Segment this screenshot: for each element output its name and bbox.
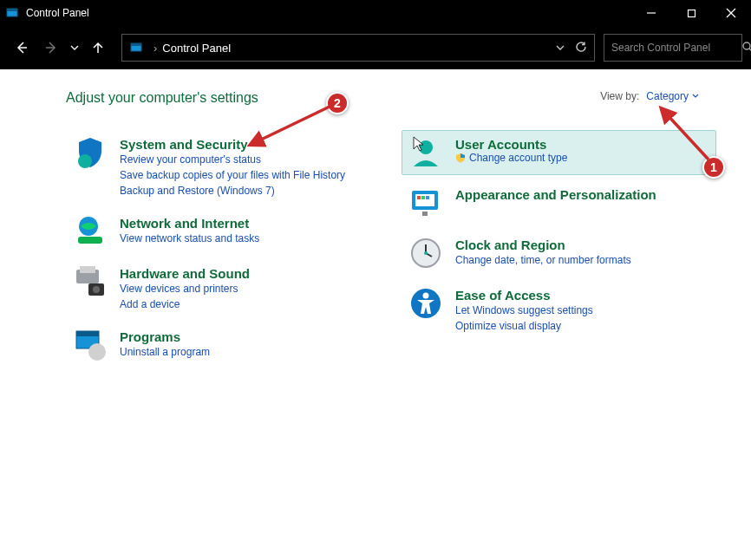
category-link[interactable]: Optimize visual display: [455, 318, 593, 334]
monitor-icon: [408, 186, 443, 220]
chevron-down-icon: [692, 93, 699, 100]
category-link[interactable]: Uninstall a program: [120, 344, 210, 360]
right-column: User Accounts Change account type Appear…: [402, 130, 716, 373]
titlebar: Control Panel: [0, 0, 751, 26]
category-programs: Programs Uninstall a program: [66, 322, 381, 368]
annotation-badge-1: 1: [702, 156, 725, 179]
category-system-security: System and Security Review your computer…: [66, 130, 381, 204]
up-button[interactable]: [85, 35, 111, 61]
cursor-icon: [410, 135, 428, 153]
category-title[interactable]: Appearance and Personalization: [455, 187, 656, 202]
address-text[interactable]: Control Panel: [162, 42, 556, 55]
category-hardware-sound: Hardware and Sound View devices and prin…: [66, 259, 381, 317]
window-title: Control Panel: [24, 7, 631, 19]
control-panel-icon: [129, 41, 143, 55]
svg-rect-9: [131, 43, 141, 46]
shield-icon: [73, 135, 108, 170]
globe-icon: [73, 214, 108, 249]
svg-point-10: [743, 42, 750, 49]
svg-rect-28: [422, 212, 428, 216]
forward-button[interactable]: [38, 35, 64, 61]
svg-point-21: [88, 343, 106, 361]
svg-rect-16: [80, 266, 95, 273]
category-title[interactable]: Clock and Region: [455, 238, 565, 252]
view-by-control: View by: Category: [600, 90, 699, 102]
category-ease-of-access: Ease of Access Let Windows suggest setti…: [402, 281, 716, 339]
category-title[interactable]: User Accounts: [455, 137, 546, 152]
back-button[interactable]: [9, 35, 35, 61]
category-title[interactable]: Network and Internet: [120, 216, 249, 231]
address-bar[interactable]: › Control Panel: [121, 34, 595, 62]
category-title[interactable]: System and Security: [120, 137, 248, 152]
category-title[interactable]: Programs: [120, 329, 180, 344]
svg-rect-3: [688, 10, 695, 16]
user-icon: [408, 135, 443, 170]
search-icon[interactable]: [741, 41, 751, 55]
category-user-accounts: User Accounts Change account type: [402, 130, 716, 175]
category-clock-region: Clock and Region Change date, time, or n…: [402, 231, 716, 276]
breadcrumb-separator-icon: ›: [153, 42, 157, 55]
titlebar-app-icon: [0, 7, 24, 19]
category-title[interactable]: Ease of Access: [455, 288, 551, 303]
svg-point-18: [93, 286, 100, 293]
navbar: › Control Panel: [0, 26, 751, 69]
category-link[interactable]: Save backup copies of your files with Fi…: [120, 167, 345, 183]
view-by-dropdown[interactable]: Category: [646, 90, 699, 102]
category-appearance: Appearance and Personalization: [402, 180, 716, 225]
svg-rect-25: [417, 196, 421, 199]
category-link[interactable]: Change date, time, or number formats: [455, 252, 631, 268]
category-link[interactable]: View network status and tasks: [120, 231, 259, 246]
svg-rect-20: [76, 331, 99, 336]
clock-icon: [408, 236, 443, 270]
address-dropdown-icon[interactable]: [556, 42, 565, 55]
accessibility-icon: [408, 286, 443, 321]
maximize-button[interactable]: [671, 0, 711, 26]
category-title[interactable]: Hardware and Sound: [120, 266, 250, 281]
content-area: Adjust your computer's settings View by:…: [0, 69, 751, 373]
svg-rect-1: [7, 9, 17, 11]
category-link[interactable]: Backup and Restore (Windows 7): [120, 183, 345, 199]
svg-rect-27: [426, 196, 429, 199]
svg-rect-26: [421, 196, 425, 199]
category-link[interactable]: Add a device: [120, 296, 250, 312]
uac-shield-icon: [455, 153, 466, 163]
category-link[interactable]: Review your computer's status: [120, 152, 345, 167]
recent-dropdown[interactable]: [68, 35, 82, 61]
category-link[interactable]: Let Windows suggest settings: [455, 303, 593, 318]
minimize-button[interactable]: [631, 0, 671, 26]
svg-rect-14: [78, 237, 102, 244]
annotation-badge-2: 2: [326, 92, 349, 114]
search-box[interactable]: [604, 34, 742, 62]
close-button[interactable]: [711, 0, 751, 26]
search-input[interactable]: [611, 42, 741, 54]
svg-point-32: [424, 251, 428, 255]
printer-camera-icon: [73, 264, 108, 299]
view-by-value: Category: [646, 90, 689, 102]
category-link[interactable]: Change account type: [455, 152, 567, 164]
svg-point-12: [78, 154, 92, 168]
view-by-label: View by:: [600, 90, 639, 102]
category-link[interactable]: View devices and printers: [120, 281, 250, 296]
refresh-button[interactable]: [575, 41, 587, 55]
programs-icon: [73, 328, 108, 362]
category-network-internet: Network and Internet View network status…: [66, 209, 381, 254]
left-column: System and Security Review your computer…: [66, 130, 381, 373]
svg-point-34: [423, 293, 429, 299]
